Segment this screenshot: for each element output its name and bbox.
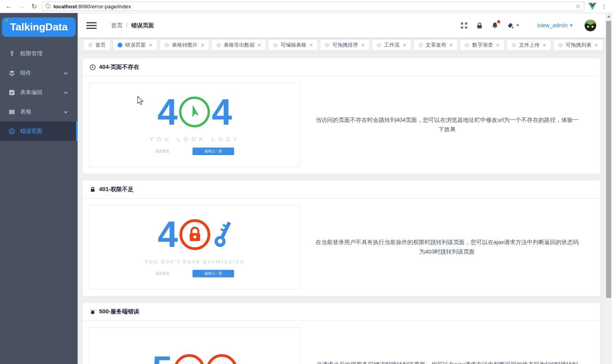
- error-401-description: 在当前登录用户不具有执行当前操作的权限时跳转到该页面，您可以在ajax请求方法中…: [300, 205, 594, 290]
- breadcrumb-separator: /: [126, 22, 128, 28]
- close-icon[interactable]: ×: [403, 42, 406, 48]
- card-title-text: 404-页面不存在: [99, 63, 139, 71]
- tab-number-gradient[interactable]: 数字渐变×: [460, 39, 504, 51]
- tab-dot: [511, 43, 516, 47]
- sidebar-item-components[interactable]: 组件: [0, 63, 78, 83]
- devil-icon: [206, 354, 237, 364]
- app-window: TalkingData 权限管理 组件 表单编辑 表格: [0, 13, 612, 364]
- menu-toggle-icon[interactable]: [86, 21, 97, 30]
- browser-scrollbar[interactable]: [605, 13, 612, 364]
- tab-dot: [164, 43, 169, 47]
- sidebar-item-error-page[interactable]: 错误页面: [0, 121, 78, 141]
- table-icon: [9, 109, 15, 115]
- forward-button[interactable]: →: [17, 2, 26, 11]
- opened-tags-bar: 首页 错误页面× 表格转图片× 表格导出数据× 可编辑表格× 可拖拽排序× 工作…: [78, 38, 605, 53]
- bell-icon[interactable]: [491, 21, 500, 30]
- browser-menu-icon[interactable]: ⋮: [600, 3, 608, 10]
- breadcrumb-home[interactable]: 首页: [111, 22, 122, 29]
- card-title-401: 401-权限不足: [83, 180, 600, 199]
- scrollbar-thumb[interactable]: [606, 21, 611, 298]
- tab-table-export[interactable]: 表格导出数据×: [212, 39, 266, 51]
- error-500-preview-image: 5: [89, 327, 300, 364]
- app-logo[interactable]: TalkingData: [2, 17, 76, 37]
- chevron-down-icon: [63, 109, 69, 115]
- tab-dot: [216, 43, 221, 47]
- theme-picker[interactable]: [506, 21, 519, 30]
- sidebar-item-access[interactable]: 权限管理: [0, 44, 78, 63]
- card-body: 4 4 YOU LOOK LOST 返回首页 返回上一页: [83, 76, 600, 174]
- sidebar-item-table[interactable]: 表格: [0, 102, 78, 121]
- tab-table-to-image[interactable]: 表格转图片×: [160, 39, 209, 51]
- error-500-description: 当请求之后出现服务端错误时跳转到该页面，你可以在ajax请求方法中判断返回的状态…: [300, 327, 594, 364]
- tab-dot: [273, 43, 278, 47]
- fullscreen-icon[interactable]: [460, 21, 469, 30]
- bookmark-star-icon[interactable]: ☆: [576, 3, 581, 10]
- back-button[interactable]: ←: [4, 2, 13, 11]
- page-content: 404-页面不存在 4 4 YOU LOOK LOST: [78, 53, 605, 364]
- key-icon: [209, 218, 237, 252]
- page-info-icon[interactable]: ⓘ: [46, 3, 51, 10]
- sidebar-item-form-edit[interactable]: 表单编辑: [0, 83, 78, 102]
- sad-face-icon: [9, 128, 15, 135]
- close-icon[interactable]: ×: [450, 42, 453, 48]
- username-text: iview_admin: [537, 22, 568, 28]
- sidebar-item-label: 权限管理: [20, 50, 42, 57]
- url-text: localhost:8080/error-page/index: [53, 4, 573, 9]
- close-icon[interactable]: ×: [361, 42, 365, 48]
- tab-dot: [558, 43, 563, 47]
- lock-icon[interactable]: [475, 21, 484, 30]
- close-icon[interactable]: ×: [309, 42, 313, 48]
- tab-error-page[interactable]: 错误页面×: [113, 39, 157, 51]
- bug-icon: [90, 309, 96, 315]
- card-title-text: 401-权限不足: [99, 186, 133, 193]
- close-icon[interactable]: ×: [595, 42, 598, 48]
- sidebar: TalkingData 权限管理 组件 表单编辑 表格: [0, 13, 78, 364]
- address-bar[interactable]: ⓘ localhost:8080/error-page/index ☆: [42, 2, 584, 11]
- logo-green-dot: [6, 19, 8, 22]
- chevron-down-icon: [63, 70, 69, 76]
- reload-button[interactable]: ↻: [29, 2, 39, 11]
- theme-icon: [506, 21, 515, 30]
- layers-icon: [9, 70, 15, 76]
- card-title-404: 404-页面不存在: [83, 58, 600, 76]
- devil-icon: [174, 354, 205, 364]
- back-previous-button: 返回上一页: [193, 148, 234, 155]
- breadcrumb: 首页 / 错误页面: [111, 22, 154, 29]
- close-icon[interactable]: ×: [201, 42, 204, 48]
- error-caption: You don't have permission: [145, 258, 244, 265]
- tab-drag-list[interactable]: 可拖拽列表×: [553, 39, 603, 51]
- close-icon[interactable]: ×: [543, 42, 546, 48]
- close-icon[interactable]: ×: [149, 42, 153, 48]
- chevron-down-icon: [516, 25, 519, 27]
- logo-text: TalkingData: [10, 21, 67, 33]
- error-404-preview-image: 4 4 YOU LOOK LOST 返回首页 返回上一页: [89, 83, 300, 167]
- error-card-401: 401-权限不足 4: [82, 180, 601, 296]
- chevron-down-icon: [570, 25, 573, 27]
- vue-devtools-extension-icon[interactable]: [587, 2, 597, 11]
- card-body: 5 当请求之后出现服务端错误时跳转到该页面，你可以在ajax请求方法中判断返回的…: [83, 321, 600, 364]
- tab-editable-table[interactable]: 可编辑表格×: [268, 39, 318, 51]
- sidebar-item-label: 错误页面: [20, 128, 42, 135]
- close-icon[interactable]: ×: [258, 42, 261, 48]
- form-edit-icon: [9, 89, 15, 96]
- tab-dot: [377, 43, 381, 47]
- back-home-link: 返回首页: [155, 271, 170, 276]
- back-previous-button: 返回上一页: [193, 270, 234, 277]
- tab-article-publish[interactable]: 文章发布×: [414, 39, 458, 51]
- tab-workflow[interactable]: 工作流×: [372, 39, 411, 51]
- tab-dot: [88, 43, 93, 47]
- sidebar-item-label: 表单编辑: [20, 89, 42, 96]
- scroll-up-arrow[interactable]: [605, 13, 612, 20]
- tab-home[interactable]: 首页: [83, 39, 111, 51]
- notification-badge: [497, 20, 500, 23]
- tab-dot: [465, 43, 469, 47]
- browser-chrome: ← → ↻ ⓘ localhost:8080/error-page/index …: [0, 0, 612, 13]
- key-icon: [9, 51, 15, 57]
- avatar[interactable]: [584, 19, 597, 32]
- tab-drag-sort[interactable]: 可拖拽排序×: [320, 39, 370, 51]
- user-menu[interactable]: iview_admin: [537, 22, 573, 28]
- close-icon[interactable]: ×: [496, 42, 500, 48]
- error-caption: YOU LOOK LOST: [149, 136, 240, 142]
- tab-file-upload[interactable]: 文件上传×: [507, 39, 551, 51]
- back-home-link: 返回首页: [155, 149, 170, 154]
